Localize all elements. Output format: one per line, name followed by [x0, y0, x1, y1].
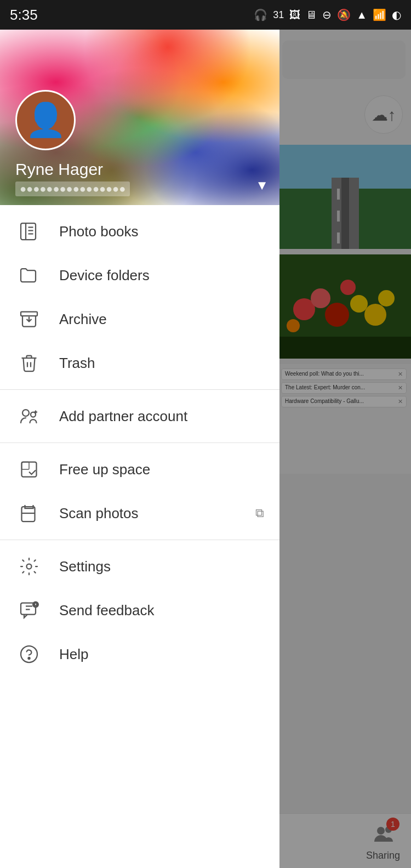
settings-icon [15, 553, 43, 580]
status-bar: 5:35 🎧 31 🖼 🖥 ⊖ 🔕 ▲ 📶 ◐ [0, 0, 411, 30]
menu-item-free-space[interactable]: Free up space [0, 447, 279, 491]
svg-rect-26 [21, 312, 37, 316]
trash-svg [19, 353, 39, 373]
settings-label: Settings [59, 558, 264, 575]
divider-1 [0, 389, 279, 390]
trash-label: Trash [59, 355, 264, 372]
menu-item-trash[interactable]: Trash [0, 341, 279, 385]
drawer-overlay[interactable] [277, 30, 411, 868]
settings-svg [19, 557, 39, 576]
menu-item-add-partner[interactable]: Add partner account [0, 394, 279, 438]
svg-rect-33 [22, 462, 30, 470]
book-svg [19, 222, 39, 241]
trash-icon [15, 349, 43, 377]
feedback-icon [15, 597, 43, 624]
photo-books-label: Photo books [59, 223, 264, 240]
archive-icon [15, 305, 43, 333]
headphone-icon: 🎧 [254, 8, 267, 21]
svg-point-43 [21, 646, 37, 662]
svg-point-44 [28, 657, 30, 659]
menu-item-send-feedback[interactable]: Send feedback [0, 588, 279, 632]
battery-icon: ◐ [392, 8, 401, 21]
external-link-icon: ⧉ [255, 506, 264, 520]
menu-item-photo-books[interactable]: Photo books [0, 209, 279, 253]
feedback-svg [19, 600, 39, 620]
divider-2 [0, 442, 279, 443]
bell-mute-icon: 🔕 [337, 8, 351, 21]
partner-icon [15, 402, 43, 430]
send-feedback-label: Send feedback [59, 602, 264, 619]
navigation-drawer: 👤 Ryne Hager ●●●●●●●●●●●●●●●● ▼ Photo bo… [0, 30, 279, 868]
avatar: 👤 [15, 90, 76, 150]
status-time: 5:35 [10, 7, 38, 24]
svg-point-42 [35, 605, 36, 606]
free-space-svg [19, 459, 39, 479]
monitor-icon: 🖥 [306, 9, 317, 21]
free-space-label: Free up space [59, 461, 264, 478]
svg-point-29 [31, 412, 36, 417]
scan-svg [19, 503, 39, 523]
status-icons: 🎧 31 🖼 🖥 ⊖ 🔕 ▲ 📶 ◐ [254, 8, 401, 21]
menu-item-scan-photos[interactable]: Scan photos ⧉ [0, 491, 279, 535]
wifi-icon: ▲ [356, 9, 367, 21]
dnd-icon: ⊖ [322, 8, 332, 21]
scan-photos-label: Scan photos [59, 505, 255, 522]
scan-icon [15, 500, 43, 527]
menu-item-device-folders[interactable]: Device folders [0, 253, 279, 297]
folder-icon [15, 262, 43, 289]
partner-svg [19, 406, 39, 426]
avatar-container[interactable]: 👤 [15, 90, 76, 150]
device-folders-label: Device folders [59, 267, 264, 284]
avatar-face: 👤 [25, 104, 66, 137]
dropdown-arrow-icon[interactable]: ▼ [255, 178, 269, 193]
archive-svg [19, 309, 39, 329]
user-name: Ryne Hager [15, 160, 103, 179]
svg-point-28 [22, 410, 29, 416]
free-space-icon [15, 456, 43, 483]
image-icon: 🖼 [289, 9, 300, 21]
book-icon [15, 218, 43, 245]
signal-icon: 📶 [373, 8, 386, 21]
calendar-icon: 31 [273, 9, 284, 21]
svg-point-36 [27, 564, 32, 569]
archive-label: Archive [59, 311, 264, 328]
menu-list: Photo books Device folders Archive [0, 205, 279, 868]
divider-3 [0, 540, 279, 540]
help-icon [15, 640, 43, 668]
menu-item-archive[interactable]: Archive [0, 297, 279, 341]
help-label: Help [59, 646, 264, 663]
add-partner-label: Add partner account [59, 408, 264, 425]
user-email: ●●●●●●●●●●●●●●●● [15, 181, 130, 196]
help-svg [19, 644, 39, 664]
drawer-header: 👤 Ryne Hager ●●●●●●●●●●●●●●●● ▼ [0, 30, 279, 205]
folder-svg [19, 265, 39, 285]
menu-item-help[interactable]: Help [0, 632, 279, 676]
menu-item-settings[interactable]: Settings [0, 544, 279, 588]
